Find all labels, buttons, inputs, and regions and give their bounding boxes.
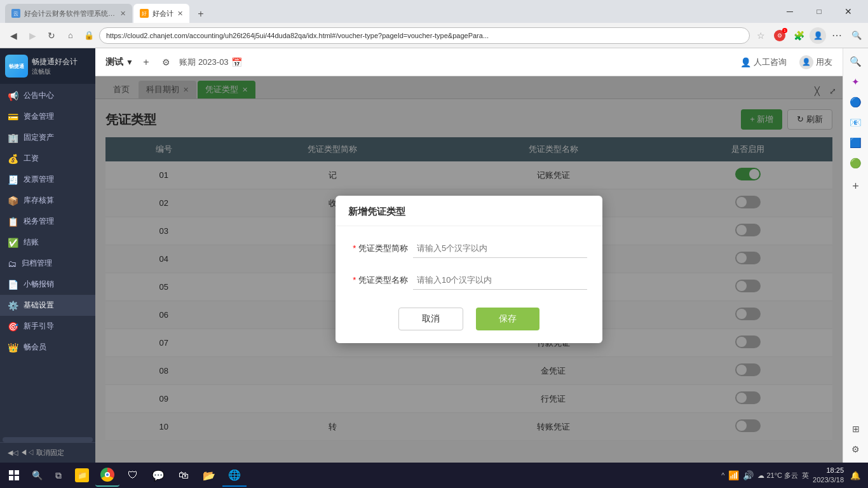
new-tab-button[interactable]: + (192, 5, 210, 23)
nav-refresh[interactable]: ↻ (43, 27, 60, 44)
tab-inactive[interactable]: 云 好会计云财务软件管理系统_会计 ✕ (5, 4, 132, 23)
sidebar-label-settings: 基础设置 (24, 300, 54, 311)
pin-icon: ◀◁ (8, 449, 18, 457)
taskbar-multitask[interactable]: ⧉ (48, 465, 69, 485)
sidebar-item-fixed-assets[interactable]: 🏢 固定资产 (0, 127, 95, 148)
taskbar: 🔍 ⧉ 📁 🛡 💬 🛍 📂 🌐 ^ 📶 🔊 ☁ 21°C 多云 英 18:25 … (0, 463, 868, 488)
settlement-icon: ✅ (8, 238, 18, 248)
taskbar-right: ^ 📶 🔊 ☁ 21°C 多云 英 18:25 2023/3/18 🔔 (719, 466, 865, 485)
nav-forward[interactable]: ▶ (24, 27, 41, 44)
edge-add-icon[interactable]: + (846, 177, 865, 196)
edge-settings-btn[interactable]: ⚙ (846, 440, 865, 459)
taskbar-wechat[interactable]: 💬 (146, 464, 170, 487)
taskbar-search-btn[interactable]: 🔍 (27, 465, 47, 485)
tab2-favicon: 好 (140, 9, 149, 18)
consult-btn[interactable]: 👤 人工咨询 (740, 57, 787, 68)
taskbar-explorer2[interactable]: 📂 (197, 464, 221, 487)
sidebar-item-fund[interactable]: 💳 资金管理 (0, 106, 95, 127)
sidebar-label-archive: 归档管理 (22, 258, 52, 269)
win-minimize[interactable]: ─ (775, 0, 804, 23)
sidebar-item-report[interactable]: 📄 小畅报销 (0, 274, 95, 295)
announcement-icon: 📢 (8, 91, 18, 101)
browser-ext-puzzle[interactable]: 🧩 (790, 27, 807, 44)
address-bar: ◀ ▶ ↻ ⌂ 🔒 ☆ ⚙ 1 🧩 👤 ⋯ 🔍 (0, 23, 868, 48)
taskbar-notification[interactable]: 🔔 (848, 468, 863, 483)
taskbar-language[interactable]: 英 (802, 471, 809, 480)
taskbar-chevron[interactable]: ^ (721, 471, 724, 479)
sidebar-label-guide: 新手引导 (24, 321, 54, 332)
sidebar-label-inventory: 库存核算 (24, 195, 54, 206)
taskbar-explorer[interactable]: 📁 (70, 464, 94, 487)
short-input[interactable] (413, 239, 587, 258)
edge-grid-icon[interactable]: ⊞ (846, 419, 865, 438)
edge-circle-icon[interactable]: 🔵 (846, 93, 865, 112)
edge-outlook-icon[interactable]: 📧 (846, 113, 865, 132)
report-icon: 📄 (8, 280, 18, 290)
settings-icon: ⚙️ (8, 301, 18, 311)
inventory-icon: 📦 (8, 196, 18, 206)
win-maximize[interactable]: □ (804, 0, 834, 23)
period-calendar-icon[interactable]: 📅 (231, 57, 242, 67)
win-close[interactable]: ✕ (834, 0, 863, 23)
nav-back[interactable]: ◀ (5, 27, 22, 44)
sidebar-label-member: 畅会员 (24, 342, 46, 353)
company-selector[interactable]: 测试 ▼ (105, 57, 133, 68)
svg-rect-2 (9, 476, 13, 480)
taskbar-windows-security[interactable]: 🛡 (121, 464, 145, 487)
taskbar-volume[interactable]: 🔊 (743, 470, 754, 480)
tab1-close[interactable]: ✕ (120, 10, 126, 18)
taskbar-network[interactable]: 📶 (728, 470, 739, 480)
tab1-favicon: 云 (11, 9, 20, 18)
settings-gear-btn[interactable]: ⚙ (159, 55, 174, 70)
sidebar-item-settings[interactable]: ⚙️ 基础设置 (0, 295, 95, 316)
browser-extension1[interactable]: ⚙ 1 (771, 27, 788, 44)
sidebar-search-icon[interactable]: 🔍 (850, 29, 863, 42)
edge-search-icon[interactable]: 🔍 (846, 52, 865, 71)
user-btn[interactable]: 👤 用友 (799, 55, 832, 69)
archive-icon: 🗂 (8, 259, 17, 269)
taskbar-chrome[interactable] (95, 464, 119, 487)
sidebar-item-inventory[interactable]: 📦 库存核算 (0, 190, 95, 211)
sidebar-item-archive[interactable]: 🗂 归档管理 (0, 253, 95, 274)
edge-teams-icon[interactable]: 🟦 (846, 133, 865, 152)
edge-star-icon[interactable]: ✦ (846, 72, 865, 92)
salary-icon: 💰 (8, 154, 18, 164)
taskbar-edge[interactable]: 🌐 (222, 464, 247, 487)
sidebar-item-tax[interactable]: 📋 税务管理 (0, 211, 95, 232)
company-name: 测试 (105, 57, 123, 68)
sidebar-label-report: 小畅报销 (24, 279, 54, 290)
nav-home[interactable]: ⌂ (62, 27, 79, 44)
sidebar-label-fixed-assets: 固定资产 (24, 132, 54, 143)
logo-badge: 流畅版 (32, 67, 78, 76)
svg-rect-1 (15, 470, 19, 475)
sidebar-item-member[interactable]: 👑 畅会员 (0, 337, 95, 358)
weather-temp: 21°C 多云 (766, 471, 798, 480)
address-input[interactable] (99, 27, 750, 44)
sidebar-item-announcement[interactable]: 📢 公告中心 (0, 85, 95, 106)
logo-name: 畅捷通好会计 (32, 57, 78, 67)
sidebar-item-invoice[interactable]: 🧾 发票管理 (0, 169, 95, 190)
start-button[interactable] (3, 464, 25, 487)
sidebar-item-guide[interactable]: 🎯 新手引导 (0, 316, 95, 337)
add-company-btn[interactable]: + (139, 55, 154, 70)
taskbar-clock[interactable]: 18:25 2023/3/18 (813, 466, 844, 485)
edge-app-icon[interactable]: 🟢 (846, 154, 865, 173)
cancel-button[interactable]: 取消 (398, 308, 463, 330)
tab-active[interactable]: 好 好会计 ✕ (133, 4, 189, 23)
name-input[interactable] (413, 271, 587, 290)
short-field-row: * 凭证类型简称 (351, 239, 587, 258)
browser-menu[interactable]: ⋯ (829, 27, 845, 44)
sidebar-item-settlement[interactable]: ✅ 结账 (0, 232, 95, 253)
sidebar-item-salary[interactable]: 💰 工资 (0, 148, 95, 169)
app-header: 测试 ▼ + ⚙ 账期 2023-03 📅 👤 人工咨询 👤 用友 (95, 48, 843, 76)
save-button[interactable]: 保存 (476, 308, 539, 330)
tab2-close[interactable]: ✕ (177, 10, 183, 18)
taskbar-store[interactable]: 🛍 (172, 464, 196, 487)
consult-icon: 👤 (740, 57, 751, 67)
browser-profile[interactable]: 👤 (810, 27, 826, 44)
browser-star[interactable]: ☆ (752, 27, 769, 44)
cancel-pin[interactable]: ◀◁ ◀◁ 取消固定 (0, 442, 95, 463)
dialog-overlay: 新增凭证类型 * 凭证类型简称 * 凭证类型名称 (95, 76, 843, 463)
invoice-icon: 🧾 (8, 175, 18, 185)
short-label: * 凭证类型简称 (351, 243, 408, 254)
